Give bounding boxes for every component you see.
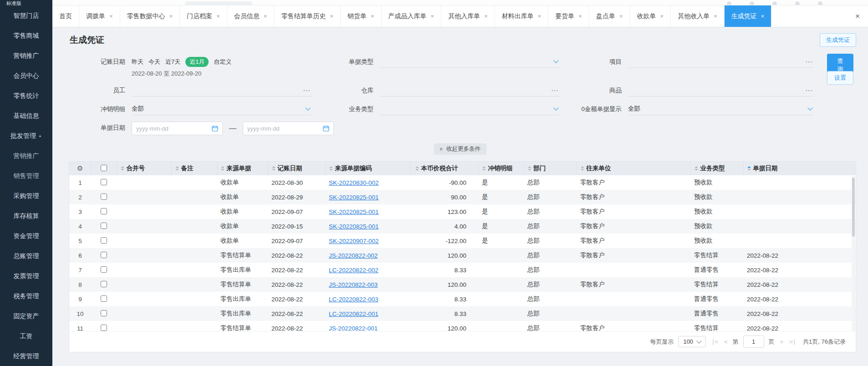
doc-date-end-input[interactable]: [243, 122, 334, 135]
sidebar-item-16[interactable]: 工资: [0, 326, 52, 346]
sidebar-item-12[interactable]: 总账管理: [0, 246, 52, 266]
row-checkbox[interactable]: [101, 193, 107, 200]
sidebar-item-7[interactable]: 营销推广: [0, 146, 52, 166]
column-header[interactable]: 记账日期: [272, 164, 322, 173]
close-tab-icon[interactable]: ×: [431, 13, 434, 20]
close-all-tabs-button[interactable]: ×: [850, 11, 865, 22]
sidebar-item-6[interactable]: 批发管理▲: [0, 126, 52, 146]
biz-type-select[interactable]: [380, 103, 560, 115]
project-input[interactable]: ···: [628, 56, 814, 68]
sort-icon[interactable]: [581, 166, 584, 171]
next-page-button[interactable]: >: [779, 338, 784, 345]
source-doc-link[interactable]: JS-20220822-001: [329, 325, 378, 331]
sidebar-item-8[interactable]: 销售管理: [0, 166, 52, 186]
source-doc-link[interactable]: SK-20220825-001: [329, 223, 379, 230]
source-doc-link[interactable]: SK-20220907-002: [329, 238, 379, 244]
vertical-scrollbar[interactable]: [852, 176, 855, 331]
tab-7[interactable]: 产成品入库单×: [382, 5, 442, 27]
sidebar-item-14[interactable]: 税务管理: [0, 286, 52, 306]
tab-5[interactable]: 零售结算单历史×: [274, 5, 341, 27]
row-checkbox[interactable]: [101, 295, 107, 302]
sidebar-item-10[interactable]: 库存核算: [0, 206, 52, 226]
page-number-input[interactable]: [743, 336, 764, 348]
first-page-button[interactable]: |<: [710, 338, 719, 345]
source-doc-link[interactable]: LC-20220822-003: [329, 296, 378, 303]
collapse-filters-button[interactable]: « 收起更多条件: [434, 143, 486, 155]
row-checkbox[interactable]: [101, 252, 107, 258]
close-tab-icon[interactable]: ×: [330, 13, 333, 20]
source-doc-link[interactable]: SK-20220825-001: [329, 194, 379, 201]
gear-icon[interactable]: ⚙: [77, 164, 83, 172]
row-checkbox[interactable]: [101, 223, 107, 229]
sort-icon[interactable]: [694, 166, 698, 171]
column-header[interactable]: 冲销明细: [482, 164, 520, 173]
sidebar-item-3[interactable]: 会员中心: [0, 66, 52, 86]
tab-13[interactable]: 其他收入单×: [671, 5, 725, 27]
close-tab-icon[interactable]: ×: [578, 13, 582, 20]
sidebar-item-2[interactable]: 营销推广: [0, 46, 52, 66]
ellipsis-picker-icon[interactable]: ···: [303, 87, 311, 94]
column-header[interactable]: 来源单据: [221, 164, 264, 173]
close-tab-icon[interactable]: ×: [619, 13, 623, 20]
close-tab-icon[interactable]: ×: [109, 13, 113, 20]
sidebar-item-4[interactable]: 零售统计: [0, 86, 52, 106]
row-checkbox[interactable]: [101, 208, 107, 214]
column-header[interactable]: 备注: [175, 164, 213, 173]
row-checkbox[interactable]: [101, 325, 107, 331]
scrollbar-thumb[interactable]: [852, 178, 855, 237]
sidebar-item-17[interactable]: 经营管理: [0, 346, 52, 366]
sidebar-item-0[interactable]: 智慧门店: [0, 5, 52, 25]
sidebar-item-1[interactable]: 零售商城: [0, 25, 52, 46]
tab-4[interactable]: 会员信息×: [227, 5, 275, 27]
close-tab-icon[interactable]: ×: [371, 13, 374, 20]
doc-date-start-field[interactable]: [136, 125, 212, 132]
quick-date-option[interactable]: 近1月: [185, 57, 209, 67]
quick-date-option[interactable]: 昨天: [132, 58, 143, 66]
tab-6[interactable]: 销货单×: [341, 5, 382, 27]
row-checkbox[interactable]: [101, 266, 107, 273]
source-doc-link[interactable]: SK-20220825-001: [329, 208, 379, 215]
sort-icon[interactable]: [329, 166, 333, 171]
sort-icon[interactable]: [482, 166, 486, 171]
column-header[interactable]: 单据日期: [747, 164, 853, 173]
tab-8[interactable]: 其他入库单×: [441, 5, 495, 27]
sort-icon[interactable]: [272, 166, 276, 171]
sort-icon[interactable]: [415, 166, 419, 171]
doc-type-select[interactable]: [380, 56, 560, 68]
sort-icon[interactable]: [175, 166, 179, 171]
column-header[interactable]: 部门: [528, 164, 573, 173]
sort-icon[interactable]: [221, 166, 225, 171]
close-tab-icon[interactable]: ×: [264, 13, 267, 20]
select-all-checkbox[interactable]: [101, 165, 107, 171]
column-header[interactable]: 来源单据编码: [329, 164, 406, 173]
column-header[interactable]: 业务类型: [694, 164, 740, 173]
close-tab-icon[interactable]: ×: [538, 13, 541, 20]
quick-date-option[interactable]: 近7天: [165, 58, 180, 66]
tab-2[interactable]: 零售数据中心×: [120, 5, 180, 27]
column-header[interactable]: 本币价税合计: [414, 164, 466, 173]
tab-9[interactable]: 材料出库单×: [495, 5, 549, 27]
tab-11[interactable]: 盘点单×: [589, 5, 630, 27]
row-checkbox[interactable]: [101, 179, 107, 185]
tab-0[interactable]: 首页: [52, 5, 79, 27]
column-header[interactable]: 合并号: [121, 164, 168, 173]
sidebar-item-9[interactable]: 采购管理: [0, 186, 52, 206]
row-checkbox[interactable]: [101, 237, 107, 244]
source-doc-link[interactable]: JS-20220822-002: [329, 252, 378, 259]
doc-date-end-field[interactable]: [247, 125, 323, 132]
sort-icon[interactable]: [121, 166, 124, 171]
ellipsis-picker-icon[interactable]: ···: [551, 87, 560, 94]
sort-icon[interactable]: [528, 166, 531, 171]
column-header[interactable]: 往来单位: [581, 164, 687, 173]
last-page-button[interactable]: >|: [788, 338, 797, 345]
row-checkbox[interactable]: [101, 281, 107, 287]
sidebar-item-15[interactable]: 固定资产: [0, 306, 52, 326]
tab-3[interactable]: 门店档案×: [180, 5, 227, 27]
close-tab-icon[interactable]: ×: [484, 13, 488, 20]
quick-date-option[interactable]: 今天: [148, 58, 160, 66]
source-doc-link[interactable]: SK-20220830-002: [329, 179, 379, 186]
employee-input[interactable]: ···: [132, 84, 311, 97]
close-tab-icon[interactable]: ×: [761, 13, 765, 20]
doc-date-start-input[interactable]: [132, 122, 223, 135]
ellipsis-picker-icon[interactable]: ···: [806, 58, 814, 65]
